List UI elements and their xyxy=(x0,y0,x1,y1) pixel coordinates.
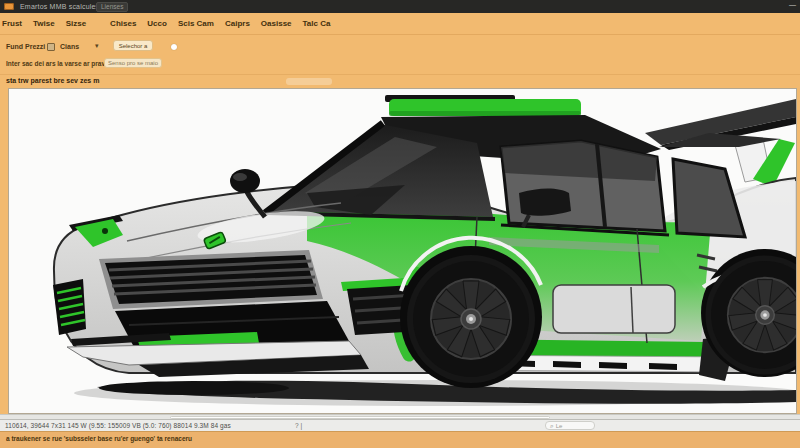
ground-shadow xyxy=(74,380,796,406)
menu-item-1[interactable]: Twise xyxy=(33,19,55,28)
title-bar: Emartos MMB scalcules Lienses — xyxy=(0,0,800,13)
car-illustration xyxy=(9,89,796,413)
tool-options-label: Fund Prezzi xyxy=(6,43,45,50)
bottom-message: a traukener se rue 'subsseler base ru'er… xyxy=(6,435,192,442)
menu-item-0[interactable]: Frust xyxy=(2,19,22,28)
menu-item-5[interactable]: Scis Cam xyxy=(178,19,214,28)
tool-options-bar: Fund Prezzi Cians ▾ Selechor a Inter sac… xyxy=(0,35,800,75)
tool-mode-select[interactable]: Cians xyxy=(60,43,79,50)
window-title: Emartos MMB scalcules xyxy=(20,3,99,10)
tool-value-input[interactable]: Selechor a xyxy=(113,40,153,51)
quarter-window xyxy=(673,159,745,237)
zoom-indicator[interactable]: ? | xyxy=(295,422,302,429)
minimize-button[interactable]: — xyxy=(789,0,796,9)
corner-intake xyxy=(53,279,86,335)
tool-hint-text: Inter sac dei ars la varse ar pravon xyxy=(6,60,113,67)
menu-bar: Frust Twise Sizse Chises Ucco Scis Cam C… xyxy=(0,13,800,35)
status-info-text: 110614, 39644 7x31 145 W (9.55: 155009 V… xyxy=(5,422,231,429)
brush-tool-icon[interactable] xyxy=(47,43,55,51)
search-input[interactable]: ⌕Le xyxy=(545,421,595,430)
front-wheel xyxy=(407,255,535,383)
search-text: Le xyxy=(556,423,563,429)
status-bar: 110614, 39644 7x31 145 W (9.55: 155009 V… xyxy=(0,419,800,431)
menu-item-3[interactable]: Chises xyxy=(110,19,136,28)
image-canvas[interactable] xyxy=(8,88,797,414)
menu-item-6[interactable]: Caiprs xyxy=(225,19,250,28)
search-icon: ⌕ xyxy=(550,422,554,429)
roof-light-bar xyxy=(385,95,581,116)
menu-item-7[interactable]: Oasisse xyxy=(261,19,292,28)
menu-item-2[interactable]: Sizse xyxy=(66,19,86,28)
app-icon xyxy=(4,3,14,10)
color-dot-button[interactable] xyxy=(171,44,177,50)
document-tab-label[interactable]: sta trw parest bre sev zes m xyxy=(6,77,99,84)
window-badge: Lienses xyxy=(96,2,128,12)
menu-item-4[interactable]: Ucco xyxy=(147,19,167,28)
menu-item-8[interactable]: Talc Ca xyxy=(303,19,331,28)
bottom-message-bar: a traukener se rue 'subsseler base ru'er… xyxy=(0,431,800,448)
document-tab-ghost xyxy=(286,78,332,85)
front-grille xyxy=(99,250,323,309)
chevron-down-icon[interactable]: ▾ xyxy=(95,42,99,50)
tool-action-button[interactable]: Senso pro se maio xyxy=(104,58,162,68)
document-tab-line: sta trw parest bre sev zes m xyxy=(0,75,800,88)
